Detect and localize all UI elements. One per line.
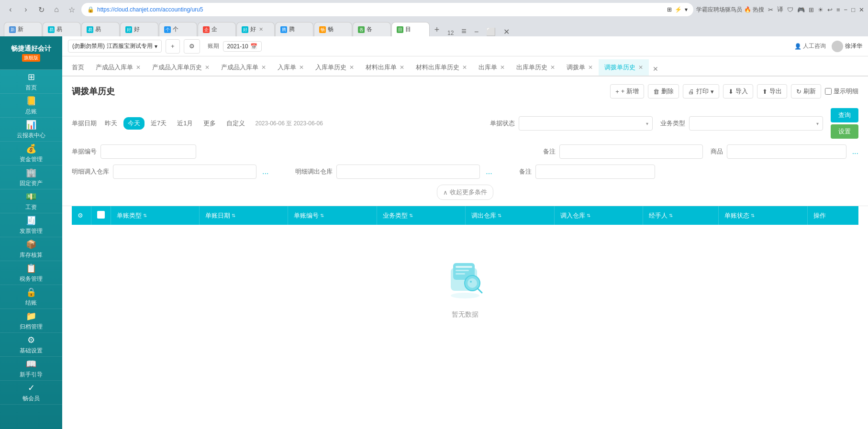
browser-tab-7[interactable]: 好 好 ✕ — [236, 22, 275, 36]
sidebar-item-invoice[interactable]: 🧾 发票管理 — [0, 213, 62, 237]
tab-add-button[interactable]: + — [430, 23, 444, 36]
sidebar-item-assets[interactable]: 🏢 固定资产 — [0, 165, 62, 189]
bookmark-button[interactable]: ☆ — [65, 3, 78, 16]
goods-dots[interactable]: ... — [852, 147, 858, 156]
address-bar[interactable]: 🔒 https://cloud.chanjet.com/accounting/u… — [81, 3, 693, 16]
display-toggle-checkbox[interactable] — [825, 88, 832, 95]
window-minimize[interactable]: − — [844, 6, 848, 13]
th-doc-date[interactable]: 单账日期 ⇅ — [199, 206, 288, 225]
th-doc-number[interactable]: 单账编号 ⇅ — [288, 206, 377, 225]
nav-tab-product-in2[interactable]: 产成品入库单 ✕ — [215, 59, 272, 77]
sidebar-item-guide[interactable]: 📖 新手引导 — [0, 357, 62, 381]
settings-filter-button[interactable]: 设置 — [831, 124, 858, 139]
browser-tab-9[interactable]: 畅 畅 — [314, 22, 352, 36]
detail-out-input[interactable] — [336, 165, 480, 179]
sidebar-item-ledger[interactable]: 📒 总账 — [0, 94, 62, 118]
today-btn[interactable]: 今天 — [123, 117, 145, 130]
nav-tab-out-order-close[interactable]: ✕ — [500, 64, 505, 71]
nav-tab-out-history-close[interactable]: ✕ — [550, 64, 555, 71]
browser-tab-5[interactable]: 个 个 — [159, 22, 197, 36]
refresh-button[interactable]: ↻ — [34, 3, 48, 16]
tab-close-7[interactable]: ✕ — [259, 26, 263, 33]
nav-tab-home[interactable]: 首页 — [66, 59, 90, 77]
nav-tab-transfer[interactable]: 调拨单 ✕ — [561, 59, 599, 77]
status-select[interactable]: ▾ — [519, 116, 653, 131]
query-button[interactable]: 查询 — [831, 108, 858, 122]
nav-tab-out-order[interactable]: 出库单 ✕ — [473, 59, 511, 77]
sidebar-item-home[interactable]: ⊞ 首页 — [0, 70, 62, 94]
window-maximize[interactable]: □ — [851, 6, 855, 13]
nav-tab-in-order[interactable]: 入库单 ✕ — [272, 59, 310, 77]
nav-tab-transfer-history[interactable]: 调拨单历史 ✕ — [599, 59, 649, 77]
nav-tab-material-out-history-close[interactable]: ✕ — [462, 64, 467, 71]
browser-tab-10[interactable]: 各 各 — [353, 22, 391, 36]
sidebar-item-settings[interactable]: ⚙ 基础设置 — [0, 333, 62, 357]
user-info[interactable]: 徐泽华 — [832, 41, 862, 52]
business-type-select[interactable]: ▾ — [689, 116, 823, 131]
company-settings-button[interactable]: ⚙ — [184, 39, 200, 54]
doc-number-input[interactable] — [100, 144, 196, 159]
nav-tab-product-in-close[interactable]: ✕ — [136, 64, 141, 71]
goods-input[interactable] — [727, 144, 846, 159]
browser-tab-3[interactable]: 易 易 — [81, 22, 120, 36]
sidebar-item-report[interactable]: 📊 云报表中心 — [0, 118, 62, 142]
nav-tab-product-in[interactable]: 产成品入库单 ✕ — [90, 59, 146, 77]
delete-button[interactable]: 🗑 删除 — [648, 84, 679, 99]
browser-tab-2[interactable]: 易 易 — [43, 22, 81, 36]
browser-tab-1[interactable]: 新 新 — [4, 22, 42, 36]
forward-button[interactable]: › — [19, 3, 33, 16]
th-doc-status[interactable]: 单账状态 ⇅ — [719, 206, 807, 225]
th-settings[interactable]: ⚙ — [72, 206, 91, 225]
sidebar-item-inventory[interactable]: 📦 库存核算 — [0, 237, 62, 261]
th-checkbox[interactable] — [91, 206, 111, 225]
sidebar-item-archive[interactable]: 📁 归档管理 — [0, 309, 62, 333]
nav-tab-product-in2-close[interactable]: ✕ — [261, 64, 266, 71]
remark2-input[interactable] — [535, 165, 655, 179]
tab-list-button[interactable]: ≡ — [457, 26, 470, 36]
service-button[interactable]: 👤 人工咨询 — [794, 42, 826, 50]
window-close[interactable]: ✕ — [859, 6, 864, 13]
nav-tab-transfer-history-close[interactable]: ✕ — [638, 64, 643, 71]
sidebar-item-closing[interactable]: 🔒 结账 — [0, 285, 62, 309]
7days-btn[interactable]: 近7天 — [146, 117, 171, 130]
collapse-button[interactable]: ∧ 收起更多条件 — [437, 185, 493, 200]
remark-input[interactable] — [559, 144, 703, 159]
sidebar-item-funds[interactable]: 💰 资金管理 — [0, 142, 62, 165]
home-button[interactable]: ⌂ — [50, 3, 63, 16]
detail-out-dots[interactable]: ... — [486, 167, 492, 176]
header-checkbox[interactable] — [97, 211, 105, 219]
sidebar-item-member[interactable]: ✓ 畅会员 — [0, 381, 62, 405]
th-transfer-in[interactable]: 调入仓库 ⇅ — [554, 206, 643, 225]
add-company-button[interactable]: + — [166, 39, 180, 54]
close-button[interactable]: ✕ — [500, 27, 513, 36]
nav-tab-in-order-close[interactable]: ✕ — [299, 64, 304, 71]
display-toggle[interactable]: 显示明细 — [825, 87, 858, 96]
restore-button[interactable]: ⬜ — [482, 27, 500, 36]
th-business-type[interactable]: 业务类型 ⇅ — [377, 206, 465, 225]
browser-tab-4[interactable]: 好 好 — [120, 22, 158, 36]
import-button[interactable]: ⬇ 导入 — [723, 84, 753, 99]
refresh-button[interactable]: ↻ 刷新 — [791, 84, 821, 99]
nav-tab-product-in-history[interactable]: 产成品入库单历史 ✕ — [146, 59, 215, 77]
nav-tab-product-in-history-close[interactable]: ✕ — [205, 64, 210, 71]
th-transfer-out[interactable]: 调出仓库 ⇅ — [466, 206, 554, 225]
nav-tab-material-out[interactable]: 材料出库单 ✕ — [360, 59, 410, 77]
detail-in-input[interactable] — [113, 165, 256, 179]
company-selector[interactable]: (勿删勿禁用) 江西服宝测试专用 ▾ — [68, 40, 162, 53]
nav-tab-material-out-close[interactable]: ✕ — [400, 64, 404, 71]
new-button[interactable]: + + 新增 — [610, 84, 644, 99]
detail-in-dots[interactable]: ... — [262, 167, 268, 176]
1month-btn[interactable]: 近1月 — [173, 117, 197, 130]
nav-tab-in-history-close[interactable]: ✕ — [349, 64, 354, 71]
export-button[interactable]: ⬆ 导出 — [757, 84, 787, 99]
nav-tab-material-out-history[interactable]: 材料出库单历史 ✕ — [410, 59, 473, 77]
browser-tab-8[interactable]: 腾 腾 — [275, 22, 313, 36]
sidebar-item-tax[interactable]: 📋 税务管理 — [0, 261, 62, 285]
th-doc-type[interactable]: 单账类型 ⇅ — [111, 206, 199, 225]
browser-tab-11[interactable]: 目 目 — [391, 22, 430, 36]
period-selector[interactable]: 2021-10 📅 — [223, 41, 262, 52]
th-handler[interactable]: 经手人 ⇅ — [643, 206, 719, 225]
yesterday-btn[interactable]: 昨天 — [100, 117, 122, 130]
more-btn[interactable]: 更多 — [199, 117, 220, 130]
browser-tab-6[interactable]: 企 企 — [198, 22, 236, 36]
